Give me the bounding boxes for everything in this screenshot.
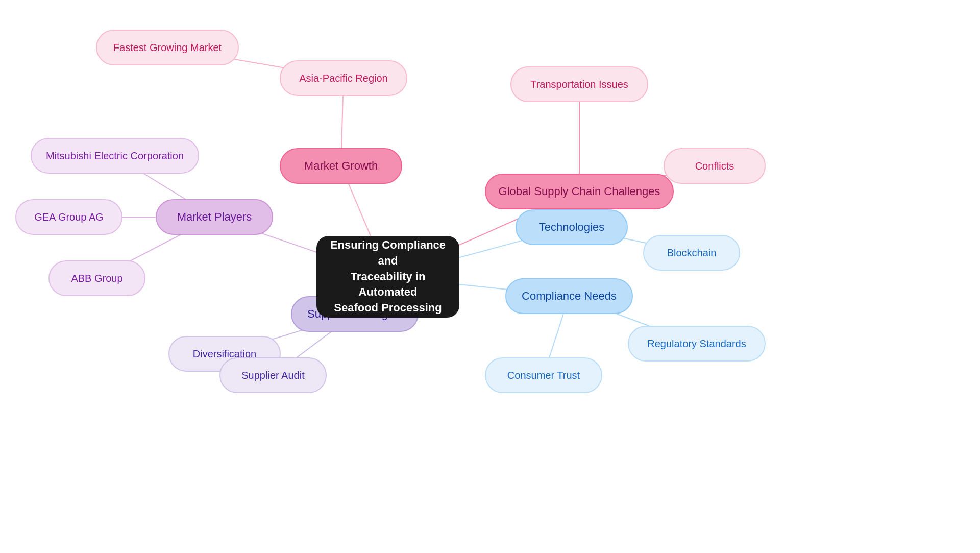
mitsubishi-node: Mitsubishi Electric Corporation	[31, 138, 199, 174]
market-players-node: Market Players	[156, 199, 273, 235]
transportation-label: Transportation Issues	[530, 79, 628, 90]
mitsubishi-label: Mitsubishi Electric Corporation	[46, 150, 184, 162]
fastest-growing-node: Fastest Growing Market	[96, 30, 239, 65]
supplier-audit-label: Supplier Audit	[241, 370, 304, 381]
compliance-needs-node: Compliance Needs	[505, 278, 633, 314]
supplier-audit-node: Supplier Audit	[219, 357, 327, 393]
gea-node: GEA Group AG	[15, 199, 122, 235]
conflicts-label: Conflicts	[695, 160, 734, 172]
asia-pacific-label: Asia-Pacific Region	[299, 73, 387, 84]
market-growth-label: Market Growth	[304, 159, 378, 173]
asia-pacific-node: Asia-Pacific Region	[280, 60, 407, 96]
abb-label: ABB Group	[71, 273, 122, 284]
conflicts-node: Conflicts	[664, 148, 766, 184]
gea-label: GEA Group AG	[34, 211, 104, 223]
technologies-label: Technologies	[539, 221, 604, 234]
market-players-label: Market Players	[177, 210, 252, 224]
transportation-node: Transportation Issues	[510, 66, 648, 102]
center-node: Ensuring Compliance andTraceability in A…	[316, 236, 459, 318]
center-label: Ensuring Compliance andTraceability in A…	[329, 237, 447, 316]
blockchain-label: Blockchain	[667, 247, 717, 259]
blockchain-node: Blockchain	[643, 235, 740, 271]
supply-chain-node: Global Supply Chain Challenges	[485, 174, 674, 209]
regulatory-standards-node: Regulatory Standards	[628, 326, 766, 362]
abb-node: ABB Group	[48, 260, 145, 296]
consumer-trust-label: Consumer Trust	[507, 370, 580, 381]
compliance-needs-label: Compliance Needs	[522, 290, 617, 303]
market-growth-node: Market Growth	[280, 148, 402, 184]
regulatory-standards-label: Regulatory Standards	[647, 338, 746, 350]
consumer-trust-node: Consumer Trust	[485, 357, 602, 393]
technologies-node: Technologies	[516, 209, 628, 245]
supply-chain-label: Global Supply Chain Challenges	[499, 185, 660, 198]
fastest-growing-label: Fastest Growing Market	[113, 42, 222, 54]
